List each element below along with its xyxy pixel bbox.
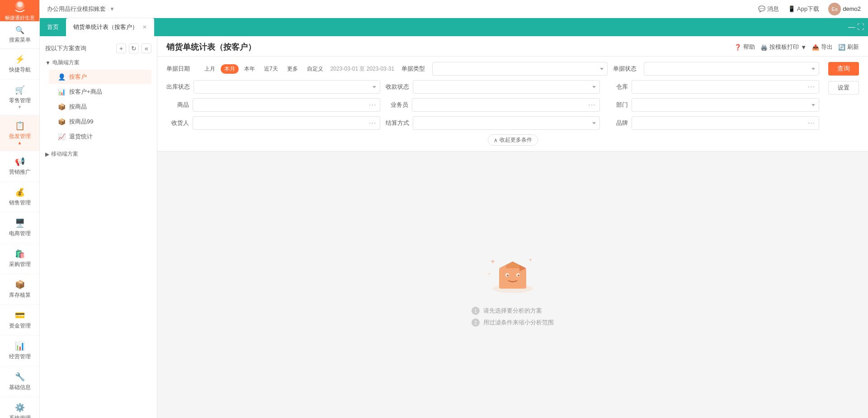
filter-cell-settlement: 结算方式	[386, 116, 599, 130]
scheme-by-product[interactable]: 📦 按商品	[49, 100, 151, 114]
out-status-chevron-icon	[373, 86, 376, 88]
sidebar-search[interactable]: 🔍 搜索菜单	[0, 21, 39, 49]
department-chevron-icon	[811, 104, 815, 106]
order-status-select[interactable]	[644, 62, 819, 76]
sidebar-item-operations[interactable]: 📊 经营管理	[0, 336, 39, 366]
svg-text:✦: ✦	[528, 257, 532, 262]
brand-select[interactable]: ···	[632, 116, 819, 130]
scheme-by-product99[interactable]: 📦 按商品99	[49, 114, 151, 129]
refresh-icon: ↻	[131, 45, 137, 52]
sidebar-item-inventory[interactable]: 📦 库存核算	[0, 274, 39, 305]
filter-cell-department: 部门	[605, 98, 819, 112]
left-panel: 按以下方案查询 + ↻ « ▼ 电脑端方案	[40, 36, 157, 418]
svg-rect-3	[499, 268, 526, 289]
tab-home[interactable]: 首页	[40, 18, 66, 36]
pc-scheme-group-title[interactable]: ▼ 电脑端方案	[45, 56, 151, 69]
salesperson-label: 业务员	[386, 101, 408, 109]
print-button[interactable]: 🖨️ 按模板打印 ▼	[760, 43, 807, 51]
sidebar-item-purchase[interactable]: 🛍️ 采购管理	[0, 243, 39, 274]
scheme-return-stats[interactable]: 📈 退货统计	[49, 129, 151, 144]
message-button[interactable]: 💬 消息	[758, 5, 779, 13]
sidebar-item-retail[interactable]: 🛒 零售管理 ▼	[0, 80, 39, 115]
tab-maximize-icon[interactable]: ⛶	[857, 23, 864, 31]
receipt-status-label: 收款状态	[386, 83, 409, 91]
app-download-button[interactable]: 📱 App下载	[788, 5, 819, 13]
sidebar-item-basic[interactable]: 🔧 基础信息	[0, 366, 39, 397]
filter-cell-product: 商品 ···	[166, 98, 380, 112]
add-scheme-button[interactable]: +	[116, 43, 126, 53]
pc-scheme-group: ▼ 电脑端方案 👤 按客户 📊 按客户+商品 📦 按商品	[40, 56, 157, 144]
sidebar-item-ecommerce[interactable]: 🖥️ 电商管理	[0, 213, 39, 243]
receiver-dots-icon: ···	[369, 119, 376, 127]
topbar-left: 办公用品行业模拟账套 ▼	[47, 5, 115, 13]
refresh-scheme-button[interactable]: ↻	[129, 43, 139, 53]
customer-icon: 👤	[58, 73, 66, 81]
username-label: demo2	[843, 5, 861, 12]
scheme-by-customer[interactable]: 👤 按客户	[49, 70, 151, 84]
filter-cell-receiver: 收货人 ···	[166, 116, 380, 130]
empty-illustration: ✦ ✦ ✦	[486, 243, 540, 298]
receipt-status-select[interactable]	[413, 80, 599, 94]
filter-cell-brand: 品牌 ···	[605, 116, 819, 130]
refresh-icon: 🔄	[838, 44, 845, 51]
tab-close-icon[interactable]: ✕	[142, 24, 147, 30]
query-button[interactable]: 查询	[828, 62, 859, 76]
svg-point-7	[518, 275, 519, 276]
collapse-icon: «	[145, 45, 148, 52]
sidebar-item-sales[interactable]: 💰 销售管理	[0, 182, 39, 213]
collapse-panel-button[interactable]: «	[142, 43, 151, 53]
sidebar-item-marketing[interactable]: 📢 营销推广	[0, 151, 39, 182]
tip1-number: 1	[472, 307, 480, 315]
sidebar-item-wholesale[interactable]: 📋 批发管理 ▲	[0, 115, 39, 151]
app-logo: 畅捷通好生意	[0, 0, 40, 21]
settlement-select[interactable]	[413, 116, 599, 130]
tabbar: 首页 销货单统计表（按客户） ✕ — ⛶	[40, 18, 868, 36]
shortcut-last7days[interactable]: 近7天	[260, 64, 282, 74]
export-button[interactable]: 📤 导出	[812, 43, 833, 51]
app-name: 畅捷通好生意	[5, 14, 35, 21]
shortcut-this-month[interactable]: 本月	[221, 64, 239, 74]
settings-button[interactable]: 设置	[828, 81, 859, 95]
svg-point-1	[17, 2, 23, 7]
department-select[interactable]	[632, 98, 819, 112]
shortcut-custom[interactable]: 自定义	[303, 64, 327, 74]
mobile-scheme-group: ▶ 移动端方案	[40, 147, 157, 161]
refresh-button[interactable]: 🔄 刷新	[838, 43, 859, 51]
sidebar-item-finance[interactable]: 💳 资金管理	[0, 305, 39, 336]
expand-icon: ▼	[45, 60, 51, 66]
settlement-chevron-icon	[592, 122, 596, 124]
tab-report[interactable]: 销货单统计表（按客户） ✕	[66, 18, 154, 36]
topbar-dropdown[interactable]: ▼	[109, 6, 115, 12]
empty-tip-1: 1 请先选择要分析的方案	[472, 307, 554, 315]
sidebar-item-system[interactable]: ⚙️ 系统管理	[0, 397, 39, 418]
right-panel: 销货单统计表（按客户） ❓ 帮助 🖨️ 按模板打印 ▼ 📤 导出	[157, 36, 868, 418]
receiver-label: 收货人	[166, 119, 189, 127]
out-status-select[interactable]	[193, 80, 380, 94]
page-header: 销货单统计表（按客户） ❓ 帮助 🖨️ 按模板打印 ▼ 📤 导出	[157, 36, 868, 57]
collapse-button[interactable]: ∧ 收起更多条件	[488, 134, 538, 146]
order-type-select[interactable]	[432, 62, 608, 76]
salesperson-select[interactable]: ···	[412, 98, 599, 112]
print-icon: 🖨️	[760, 44, 768, 51]
order-type-label: 单据类型	[401, 65, 429, 73]
export-icon: 📤	[812, 44, 819, 51]
help-icon: ❓	[734, 44, 741, 51]
sidebar-item-quick-nav[interactable]: ⚡ 快捷导航	[0, 49, 39, 80]
mobile-expand-icon: ▶	[45, 151, 49, 157]
shortcut-this-year[interactable]: 本年	[241, 64, 259, 74]
shortcut-last-month[interactable]: 上月	[201, 64, 219, 74]
tab-minimize-icon[interactable]: —	[848, 23, 855, 31]
receiver-select[interactable]: ···	[193, 116, 380, 130]
product99-icon: 📦	[58, 118, 66, 125]
left-panel-header: 按以下方案查询 + ↻ «	[40, 41, 157, 56]
empty-tips: 1 请先选择要分析的方案 2 用过滤条件来缩小分析范围	[472, 307, 554, 327]
help-button[interactable]: ❓ 帮助	[734, 43, 755, 51]
mobile-scheme-group-title[interactable]: ▶ 移动端方案	[45, 147, 151, 161]
shortcut-more[interactable]: 更多	[283, 64, 302, 74]
brand-dots-icon: ···	[808, 119, 815, 127]
product-select[interactable]: ···	[193, 98, 380, 112]
warehouse-select[interactable]: ···	[632, 80, 819, 94]
user-profile[interactable]: Ea demo2	[828, 3, 861, 15]
scheme-by-customer-product[interactable]: 📊 按客户+商品	[49, 85, 151, 99]
empty-tip-2: 2 用过滤条件来缩小分析范围	[472, 318, 554, 327]
